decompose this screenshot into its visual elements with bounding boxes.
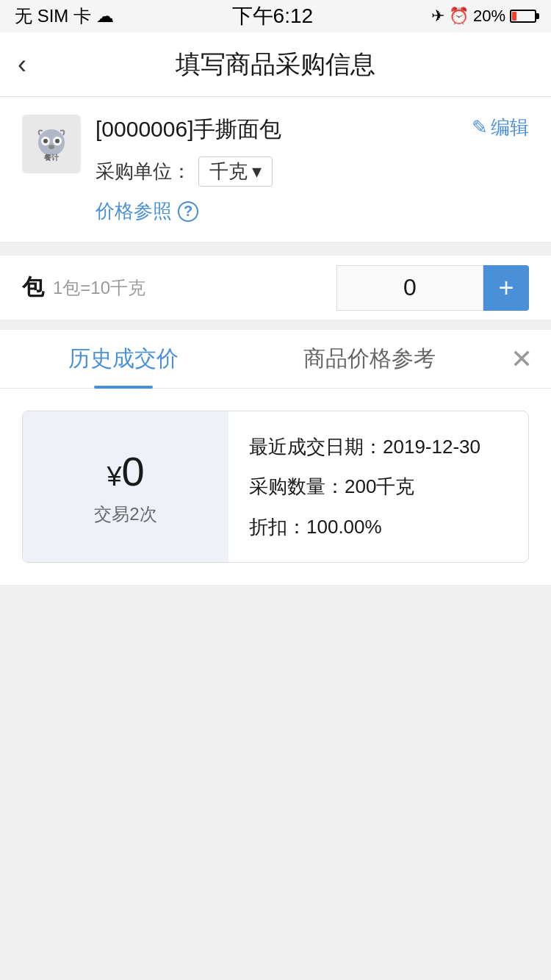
price-card-left: ¥0 交易2次 <box>23 411 228 562</box>
purchase-qty-label: 采购数量： <box>249 475 345 497</box>
quantity-unit-name: 包 <box>22 273 44 303</box>
location-icon: ✈ <box>431 7 444 26</box>
recent-date-label: 最近成交日期： <box>249 436 383 458</box>
svg-text:餐计: 餐计 <box>44 154 60 162</box>
tab-close-button[interactable]: ✕ <box>492 330 551 389</box>
quantity-section: 包 1包=10千克 0 + <box>0 255 551 320</box>
tab-bar: 历史成交价 商品价格参考 ✕ <box>0 330 551 389</box>
product-info: [0000006]手撕面包 采购单位： 千克 ▾ 价格参照 ? <box>96 115 281 224</box>
owl-logo-icon: 餐计 <box>29 122 73 166</box>
product-thumbnail: 餐计 <box>22 115 81 173</box>
price-ref-link[interactable]: 价格参照 <box>96 198 172 224</box>
tab-product-price-ref-label: 商品价格参考 <box>303 344 436 374</box>
tab-history-price[interactable]: 历史成交价 <box>0 330 246 389</box>
battery-percent: 20% <box>473 7 505 26</box>
back-button[interactable]: ‹ <box>18 49 26 80</box>
discount-label: 折扣： <box>249 516 306 538</box>
quantity-controls: 0 + <box>336 265 529 311</box>
quantity-unit-desc: 1包=10千克 <box>53 276 145 300</box>
product-header: 餐计 [0000006]手撕面包 采购单位： 千克 ▾ 价格参照 ? <box>22 115 529 224</box>
main-content <box>0 585 551 980</box>
product-section: 餐计 [0000006]手撕面包 采购单位： 千克 ▾ 价格参照 ? <box>0 97 551 242</box>
purchase-qty-value: 200千克 <box>345 475 414 497</box>
price-number: 0 <box>121 448 144 494</box>
discount-value: 100.00% <box>306 516 382 538</box>
tab-product-price-ref[interactable]: 商品价格参考 <box>246 330 492 389</box>
tab-history-price-label: 历史成交价 <box>68 344 179 374</box>
status-bar: 无 SIM 卡 ☁ 下午6:12 ✈ ⏰ 20% <box>0 0 551 32</box>
recent-date-row: 最近成交日期：2019-12-30 <box>249 433 508 460</box>
section-divider <box>0 242 551 253</box>
price-transactions: 交易2次 <box>94 502 156 526</box>
history-content: ¥0 交易2次 最近成交日期：2019-12-30 采购数量：200千克 折扣：… <box>0 389 551 585</box>
svg-point-3 <box>43 139 48 143</box>
product-unit-row: 采购单位： 千克 ▾ <box>96 156 281 187</box>
quantity-label: 包 1包=10千克 <box>22 273 145 303</box>
page-title: 填写商品采购信息 <box>176 48 375 82</box>
unit-select-dropdown[interactable]: 千克 ▾ <box>198 156 273 187</box>
edit-icon: ✎ <box>472 116 488 139</box>
tab-section: 历史成交价 商品价格参考 ✕ ¥0 交易2次 最近成交日期：2019-12-30 <box>0 330 551 585</box>
svg-point-4 <box>55 139 60 143</box>
price-card-right: 最近成交日期：2019-12-30 采购数量：200千克 折扣：100.00% <box>228 411 528 562</box>
price-yen-symbol: ¥ <box>107 461 121 491</box>
help-icon[interactable]: ? <box>178 201 198 222</box>
status-right: ✈ ⏰ 20% <box>431 7 536 26</box>
purchase-qty-row: 采购数量：200千克 <box>249 473 508 500</box>
sim-status: 无 SIM 卡 ☁ <box>15 4 114 28</box>
dropdown-arrow-icon: ▾ <box>252 160 262 183</box>
tab-active-underline <box>94 386 153 389</box>
alarm-icon: ⏰ <box>449 7 469 26</box>
quantity-plus-button[interactable]: + <box>483 265 529 311</box>
svg-point-5 <box>48 145 54 149</box>
nav-bar: ‹ 填写商品采购信息 <box>0 32 551 97</box>
unit-value: 千克 <box>209 159 248 184</box>
status-time: 下午6:12 <box>232 2 314 30</box>
discount-row: 折扣：100.00% <box>249 514 508 540</box>
price-ref-row: 价格参照 ? <box>96 198 281 224</box>
purchase-unit-label: 采购单位： <box>96 159 191 184</box>
status-left: 无 SIM 卡 ☁ <box>15 4 114 28</box>
battery-icon <box>510 10 536 23</box>
edit-link[interactable]: ✎ 编辑 <box>472 115 529 140</box>
product-name: [0000006]手撕面包 <box>96 115 281 145</box>
recent-date-value: 2019-12-30 <box>383 436 480 458</box>
edit-label: 编辑 <box>491 115 529 140</box>
price-display: ¥0 <box>107 447 144 495</box>
product-left: 餐计 [0000006]手撕面包 采购单位： 千克 ▾ 价格参照 ? <box>22 115 281 224</box>
quantity-input[interactable]: 0 <box>336 265 483 311</box>
price-card: ¥0 交易2次 最近成交日期：2019-12-30 采购数量：200千克 折扣：… <box>22 411 529 563</box>
